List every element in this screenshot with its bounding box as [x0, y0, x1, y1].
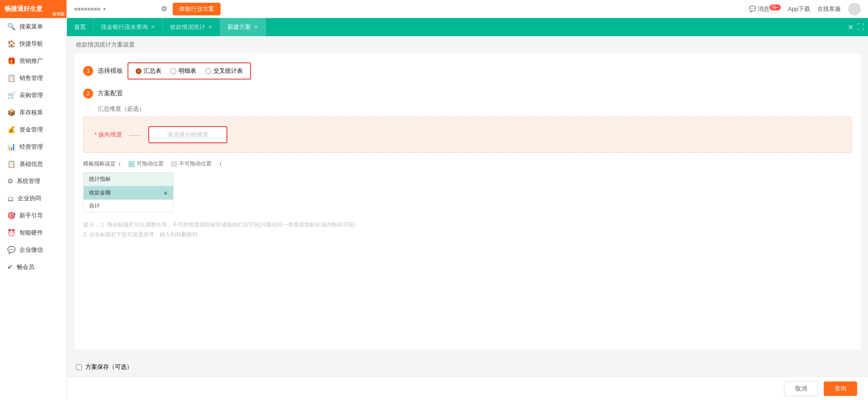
- tab-home[interactable]: 首页: [67, 18, 94, 36]
- expand-icon[interactable]: ⛶: [857, 23, 864, 31]
- close-new-plan-tab[interactable]: ✕: [254, 24, 258, 30]
- notice-area[interactable]: 💬 消息 99+: [749, 5, 781, 13]
- sidebar-item-label: 搜索菜单: [19, 23, 43, 31]
- close-receipt-tab[interactable]: ✕: [208, 24, 212, 30]
- sidebar-item-search[interactable]: 🔍 搜索菜单: [0, 18, 66, 35]
- collab-icon: 🗂: [7, 195, 14, 202]
- metrics-hint-label: 模板指标设定（: [83, 160, 121, 168]
- radio-cross-input[interactable]: [205, 68, 211, 74]
- sidebar-item-label: 系统管理: [17, 177, 40, 185]
- metrics-row-amount[interactable]: 收款金额 ∨: [84, 186, 173, 199]
- metrics-legend: 模板指标设定（ 可拖动位置 不可拖动位置 ）: [83, 160, 852, 168]
- legend-draggable: 可拖动位置: [128, 160, 164, 168]
- sidebar-item-hardware[interactable]: ⏰ 智能硬件: [0, 224, 66, 241]
- sidebar-item-collab[interactable]: 🗂 企业协同: [0, 190, 66, 207]
- radio-detail[interactable]: 明细表: [170, 67, 196, 75]
- sidebar-item-wechat[interactable]: 💬 企业微信: [0, 241, 66, 259]
- tab-receipt[interactable]: 收款情况统计 ✕: [163, 18, 220, 36]
- sidebar-item-label: 经营管理: [19, 143, 43, 151]
- legend-drag-label: 可拖动位置: [137, 160, 164, 168]
- tab-right-btns: ✕ ⛶: [848, 23, 868, 32]
- sidebar-item-basics[interactable]: 📋 基础信息: [0, 155, 66, 173]
- sidebar-item-label: 销售管理: [19, 74, 43, 82]
- sidebar-item-system[interactable]: ⚙ 系统管理: [0, 173, 66, 190]
- sidebar-item-guide[interactable]: 🎯 新手引导: [0, 207, 66, 224]
- sidebar-item-sales[interactable]: 📋 销售管理: [0, 70, 66, 87]
- radio-summary[interactable]: 汇总表: [136, 67, 161, 75]
- step2-header: 2 方案配置: [83, 89, 852, 99]
- save-checkbox[interactable]: [76, 364, 82, 370]
- radio-summary-input[interactable]: [136, 68, 142, 74]
- content-area: 收款情况统计方案设置 1 选择模板 汇总表 明细表: [67, 36, 868, 376]
- step1-number: 1: [83, 66, 93, 76]
- operations-icon: 📊: [7, 143, 16, 151]
- inventory-icon: 📦: [7, 108, 16, 117]
- notice-badge: 99+: [769, 5, 781, 10]
- save-label: 方案保存（可选）: [85, 363, 132, 371]
- radio-cross[interactable]: 交叉统计表: [205, 67, 243, 75]
- tab-receipt-label: 收款情况统计: [170, 23, 205, 31]
- tab-cashflow-label: 现金银行流水查询: [101, 23, 148, 31]
- sidebar-item-label: 快捷导航: [19, 40, 43, 48]
- legend-close-paren: ）: [219, 160, 224, 168]
- radio-cross-label: 交叉统计表: [213, 67, 243, 75]
- dropdown-icon[interactable]: ∨: [164, 190, 168, 196]
- nodrag-indicator: [171, 161, 177, 167]
- radio-detail-input[interactable]: [170, 68, 176, 74]
- sidebar-item-purchase[interactable]: 🛒 采购管理: [0, 87, 66, 104]
- wechat-icon: 💬: [7, 246, 16, 254]
- sidebar-item-member[interactable]: ✔ 畅会员: [0, 259, 66, 276]
- sidebar-item-label: 采购管理: [19, 91, 43, 99]
- sidebar-item-inventory[interactable]: 📦 库存核算: [0, 104, 66, 121]
- tab-bar: 首页 现金银行流水查询 ✕ 收款情况统计 ✕ 新建方案 ✕ ✕ ⛶: [67, 18, 868, 36]
- sidebar-item-label: 资金管理: [19, 126, 43, 134]
- footer-bar: 取消 查询: [67, 376, 868, 400]
- close-icon[interactable]: ✕: [848, 23, 854, 32]
- step1-header: 1 选择模板 汇总表 明细表 交叉统计表: [83, 62, 852, 80]
- hint-area: 提示： 1. 拖动标题栏可以调整布局，不可跨维度或指标区域拖动栏目字段(只能在同…: [83, 220, 852, 240]
- sidebar-item-label: 基础信息: [19, 160, 43, 168]
- template-select-box: 汇总表 明细表 交叉统计表: [127, 62, 251, 80]
- sidebar-logo: 畅捷通好生意 标准版: [0, 0, 66, 18]
- sidebar-item-label: 智能硬件: [19, 229, 43, 237]
- sidebar-item-operations[interactable]: 📊 经营管理: [0, 138, 66, 155]
- step2-section: 2 方案配置 汇总维度（必选） * 纵向维度 —— 请选择分组维度: [83, 89, 852, 240]
- sidebar-item-label: 企业协同: [18, 194, 41, 202]
- breadcrumb-area: ■■■■■■■■ ▾: [74, 6, 156, 12]
- settings-icon[interactable]: ⚙: [161, 5, 167, 13]
- sidebar-item-finance[interactable]: 💰 资金管理: [0, 121, 66, 138]
- metrics-sub-label: 合计: [89, 202, 100, 209]
- tab-new-plan-label: 新建方案: [227, 23, 251, 31]
- home-icon: 🏠: [7, 40, 16, 48]
- tab-cashflow[interactable]: 现金银行流水查询 ✕: [94, 18, 163, 36]
- trial-button[interactable]: 体验行业方案: [173, 3, 221, 15]
- sidebar-item-marketing[interactable]: 🎁 营销推广: [0, 52, 66, 70]
- online-service[interactable]: 在线客服: [817, 5, 841, 13]
- sidebar-item-label: 营销推广: [19, 57, 43, 65]
- dimension-area: * 纵向维度 —— 请选择分组维度: [83, 117, 852, 153]
- member-icon: ✔: [7, 263, 13, 271]
- query-button[interactable]: 查询: [824, 381, 857, 396]
- app-download[interactable]: App下载: [788, 5, 810, 13]
- notice-label: 消息: [758, 5, 769, 12]
- chevron-down-icon[interactable]: ▾: [103, 6, 106, 12]
- radio-detail-label: 明细表: [179, 67, 196, 75]
- dimension-placeholder[interactable]: 请选择分组维度: [148, 126, 227, 143]
- tab-new-plan[interactable]: 新建方案 ✕: [220, 18, 266, 36]
- legend-nodrag-label: 不可拖动位置: [179, 160, 212, 168]
- sidebar-item-nav[interactable]: 🏠 快捷导航: [0, 35, 66, 52]
- arrow: ——: [129, 132, 141, 138]
- form-panel: 1 选择模板 汇总表 明细表 交叉统计表: [74, 53, 861, 350]
- step2-title: 方案配置: [98, 89, 123, 98]
- metrics-table-header: 统计指标: [84, 173, 173, 186]
- version-tag: 标准版: [52, 11, 65, 17]
- step2-number: 2: [83, 89, 93, 99]
- search-icon: 🔍: [7, 23, 16, 31]
- tab-home-label: 首页: [74, 23, 86, 31]
- close-cashflow-tab[interactable]: ✕: [151, 24, 155, 30]
- user-avatar[interactable]: [848, 3, 861, 15]
- step1-title: 选择模板: [98, 67, 123, 75]
- gift-icon: 🎁: [7, 57, 16, 65]
- cancel-button[interactable]: 取消: [784, 381, 818, 396]
- sidebar: 畅捷通好生意 标准版 🔍 搜索菜单 🏠 快捷导航 🎁 营销推广 📋 销售管理 🛒…: [0, 0, 67, 400]
